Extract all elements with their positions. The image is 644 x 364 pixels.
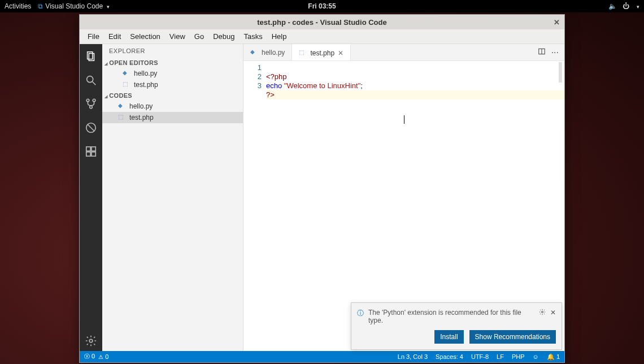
python-file-icon [123, 70, 130, 77]
gnome-panel: Activities ⧉ Visual Studio Code Fri 03:5… [0, 0, 644, 12]
tab-label: test.php [310, 49, 334, 57]
php-file-icon [123, 81, 130, 89]
settings-gear-icon[interactable] [84, 334, 98, 348]
svg-point-13 [89, 339, 93, 343]
more-actions-icon[interactable]: ··· [551, 47, 559, 58]
warnings-indicator[interactable]: ⚠ 0 [98, 353, 108, 360]
source-control-icon[interactable] [84, 97, 98, 111]
encoding-setting[interactable]: UTF-8 [471, 353, 489, 360]
file-label: hello.py [134, 70, 157, 77]
menu-tasks[interactable]: Tasks [239, 32, 267, 41]
open-editors-section[interactable]: OPEN EDITORS [102, 58, 243, 68]
menu-go[interactable]: Go [190, 32, 208, 41]
install-button[interactable]: Install [434, 330, 463, 344]
file-label: hello.py [129, 102, 153, 110]
split-editor-icon[interactable] [538, 47, 546, 58]
menu-file[interactable]: File [83, 32, 104, 41]
errors-indicator[interactable]: ⓧ 0 [84, 353, 95, 361]
minimap[interactable] [559, 62, 562, 83]
editor-tab-hello[interactable]: hello.py [243, 44, 292, 60]
code-token: <?php [266, 72, 287, 81]
notification-message: The 'Python' extension is recommended fo… [368, 309, 534, 324]
file-label: test.php [134, 81, 158, 89]
menu-debug[interactable]: Debug [208, 32, 239, 41]
menu-bar: File Edit Selection View Go Debug Tasks … [80, 29, 564, 44]
window-title: test.php - codes - Visual Studio Code [257, 18, 386, 27]
explorer-sidebar: EXPLORER OPEN EDITORS hello.py test.php … [102, 44, 243, 351]
feedback-icon[interactable]: ☺ [533, 353, 539, 360]
line-number: 3 [243, 81, 262, 90]
show-recommendations-button[interactable]: Show Recommendations [469, 330, 556, 344]
window-close-button[interactable]: ✕ [554, 18, 560, 27]
code-token: ; [360, 81, 363, 90]
search-icon[interactable] [84, 73, 98, 87]
activity-bar [80, 44, 102, 351]
svg-rect-11 [86, 152, 90, 156]
folder-label: CODES [109, 92, 132, 99]
debug-icon[interactable] [84, 121, 98, 135]
open-editor-item[interactable]: hello.py [102, 68, 243, 79]
open-editor-item[interactable]: test.php [102, 79, 243, 90]
chevron-down-icon [105, 2, 110, 10]
window-title-bar: test.php - codes - Visual Studio Code ✕ [80, 15, 564, 29]
file-item[interactable]: test.php [102, 112, 243, 123]
menu-help[interactable]: Help [267, 32, 291, 41]
menu-edit[interactable]: Edit [104, 32, 125, 41]
file-item[interactable]: hello.py [102, 101, 243, 112]
svg-point-4 [86, 99, 89, 102]
file-label: test.php [129, 114, 154, 122]
svg-rect-10 [92, 147, 95, 151]
app-menu-label: Visual Studio Code [45, 2, 103, 10]
code-token: echo [266, 81, 282, 90]
editor-tab-test[interactable]: test.php ✕ [292, 44, 351, 60]
tab-label: hello.py [262, 49, 285, 57]
line-number: 2 [243, 72, 262, 81]
folder-section[interactable]: CODES [102, 90, 243, 101]
volume-icon[interactable]: 🔈 [608, 2, 617, 10]
php-file-icon [118, 114, 126, 122]
svg-line-8 [88, 125, 94, 131]
svg-line-3 [93, 82, 96, 85]
clock[interactable]: Fri 03:55 [308, 2, 336, 10]
info-icon: ⓘ [357, 309, 364, 324]
python-file-icon [118, 102, 126, 110]
indentation-setting[interactable]: Spaces: 4 [436, 353, 463, 360]
cursor-position[interactable]: Ln 3, Col 3 [398, 353, 428, 360]
explorer-header: EXPLORER [102, 44, 243, 58]
python-file-icon [250, 49, 258, 57]
svg-rect-12 [92, 152, 95, 156]
tab-bar: hello.py test.php ✕ ··· [243, 44, 564, 61]
svg-rect-9 [86, 147, 90, 151]
line-number: 1 [243, 63, 262, 72]
svg-point-5 [93, 99, 95, 102]
explorer-icon[interactable] [84, 50, 98, 63]
status-bar: ⓧ 0 ⚠ 0 Ln 3, Col 3 Spaces: 4 UTF-8 LF P… [80, 351, 564, 362]
menu-view[interactable]: View [165, 32, 190, 41]
svg-rect-1 [89, 54, 94, 61]
eol-setting[interactable]: LF [497, 353, 504, 360]
line-gutter: 1 2 3 [243, 61, 266, 351]
php-file-icon [299, 49, 307, 57]
svg-point-6 [90, 106, 93, 109]
code-token: ?> [266, 90, 275, 99]
open-editors-label: OPEN EDITORS [109, 59, 158, 66]
tab-close-icon[interactable]: ✕ [338, 49, 343, 57]
language-mode[interactable]: PHP [512, 353, 525, 360]
activities-button[interactable]: Activities [5, 2, 31, 10]
triangle-down-icon [105, 59, 107, 66]
triangle-down-icon [105, 92, 107, 99]
menu-selection[interactable]: Selection [125, 32, 164, 41]
notification-settings-icon[interactable] [539, 309, 546, 324]
notifications-bell-icon[interactable]: 🔔 1 [547, 353, 560, 361]
text-cursor [404, 115, 404, 124]
power-icon[interactable]: ⏻ [623, 2, 629, 10]
svg-point-16 [542, 311, 543, 313]
vscode-window: test.php - codes - Visual Studio Code ✕ … [79, 14, 565, 363]
code-token: "Welcome to LinuxHint" [284, 81, 360, 90]
notification-close-icon[interactable]: ✕ [550, 309, 556, 324]
svg-rect-0 [88, 52, 93, 59]
vscode-app-icon: ⧉ [38, 2, 43, 10]
app-menu[interactable]: ⧉ Visual Studio Code [38, 2, 110, 10]
svg-point-2 [87, 76, 93, 83]
extensions-icon[interactable] [84, 145, 98, 158]
